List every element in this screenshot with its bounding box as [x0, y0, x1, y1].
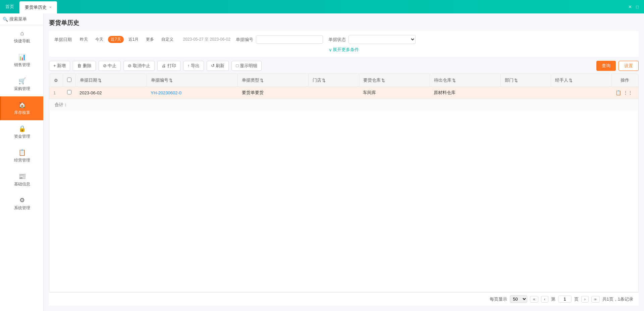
- cell-actions: 📋 ⋮⋮: [611, 87, 638, 99]
- sidebar: 🔍 搜索菜单 ⌂ 快捷导航 📊 销售管理 🛒 采购管理 🏠 库存核算 🔒 资金管…: [0, 13, 44, 311]
- prev-btn[interactable]: ‹: [541, 296, 548, 303]
- expand-filters-btn[interactable]: ∨ 展开更多条件: [329, 47, 359, 53]
- table-header-row: ⚙ 单据日期 ⇅ 单据编号 ⇅ 单据类型 ⇅ 门店 ⇅ 要货仓库 ⇅ 待出仓库 …: [49, 74, 638, 87]
- cell-store: [309, 87, 359, 99]
- footer-label: 合计：: [55, 102, 68, 108]
- row-checkbox[interactable]: [67, 90, 71, 94]
- select-all-checkbox[interactable]: [67, 78, 71, 82]
- cancel-stop-button[interactable]: ⊘ 取消中止: [123, 61, 155, 71]
- toolbar: + 新增 🗑 删除 ⊘ 中止 ⊘ 取消中止 🖨 打印 ↑ 导出 ↺ 刷新 □ 显…: [49, 61, 639, 71]
- sidebar-item-operations[interactable]: 📋 经营管理: [0, 144, 43, 168]
- sort-icon: ⇅: [381, 78, 385, 83]
- date-btn-last1month[interactable]: 近1月: [126, 36, 142, 43]
- sidebar-item-inventory[interactable]: 🏠 库存核算: [0, 96, 43, 120]
- th-store[interactable]: 门店 ⇅: [309, 74, 359, 87]
- table-row: 1 2023-06-02 YH-20230602-0 要货单要货 车间库 原材料…: [49, 87, 638, 99]
- print-button[interactable]: 🖨 打印: [157, 61, 180, 71]
- sidebar-item-label: 系统管理: [14, 205, 30, 211]
- export-button[interactable]: ↑ 导出: [183, 61, 204, 71]
- maximize-window-icon[interactable]: □: [636, 4, 639, 9]
- doc-no-link[interactable]: YH-20230602-0: [151, 90, 181, 95]
- table-head: ⚙ 单据日期 ⇅ 单据编号 ⇅ 单据类型 ⇅ 门店 ⇅ 要货仓库 ⇅ 待出仓库 …: [49, 74, 638, 87]
- page-label: 第: [551, 296, 555, 302]
- date-btn-more[interactable]: 更多: [143, 36, 157, 43]
- refresh-button[interactable]: ↺ 刷新: [207, 61, 229, 71]
- doc-status-label: 单据状态: [328, 37, 346, 43]
- edit-icon[interactable]: 📋: [615, 90, 621, 95]
- window-controls: ✕ □: [628, 4, 644, 9]
- cell-req-warehouse: 车间库: [359, 87, 430, 99]
- prev-group-btn[interactable]: «: [530, 296, 538, 303]
- next-group-btn[interactable]: »: [591, 296, 600, 303]
- th-doc-type[interactable]: 单据类型 ⇅: [238, 74, 309, 87]
- stop-button[interactable]: ⊘ 中止: [99, 61, 121, 71]
- cell-department: [500, 87, 551, 99]
- sidebar-item-purchase-mgmt[interactable]: 🛒 采购管理: [0, 73, 43, 96]
- doc-no-input[interactable]: [256, 35, 323, 44]
- sidebar-item-basic-info[interactable]: 📰 基础信息: [0, 168, 43, 192]
- th-checkbox[interactable]: [63, 74, 75, 87]
- date-btn-custom[interactable]: 自定义: [159, 36, 176, 43]
- sidebar-item-label: 销售管理: [14, 62, 30, 68]
- filter-row-2: ∨ 展开更多条件: [54, 47, 633, 53]
- next-btn[interactable]: ›: [581, 296, 589, 303]
- quick-nav-icon: ⌂: [20, 30, 24, 37]
- basic-info-icon: 📰: [18, 173, 26, 180]
- settings-button[interactable]: 设置: [619, 61, 639, 71]
- date-btn-yesterday[interactable]: 昨天: [77, 36, 91, 43]
- sort-icon: ⇅: [98, 78, 102, 83]
- search-icon: 🔍: [3, 17, 8, 22]
- tab-home[interactable]: 首页: [0, 0, 19, 13]
- close-tab-icon[interactable]: ×: [49, 5, 52, 10]
- sidebar-item-quick-nav[interactable]: ⌂ 快捷导航: [0, 25, 43, 49]
- sidebar-item-finance-mgmt[interactable]: 🔒 资金管理: [0, 120, 43, 144]
- per-page-select[interactable]: 50 100: [510, 295, 527, 303]
- th-doc-date[interactable]: 单据日期 ⇅: [75, 74, 147, 87]
- row-checkbox-cell[interactable]: [63, 87, 75, 99]
- table-container: ⚙ 单据日期 ⇅ 单据编号 ⇅ 单据类型 ⇅ 门店 ⇅ 要货仓库 ⇅ 待出仓库 …: [49, 74, 639, 292]
- date-btn-today[interactable]: 今天: [93, 36, 106, 43]
- row-num: 1: [49, 87, 63, 99]
- date-range: 2023-05-27 至 2023-06-02: [183, 37, 230, 42]
- close-window-icon[interactable]: ✕: [628, 4, 632, 9]
- sidebar-item-label: 经营管理: [14, 158, 30, 163]
- doc-status-select[interactable]: [348, 35, 416, 44]
- display-detail-button[interactable]: □ 显示明细: [231, 61, 261, 71]
- inventory-icon: 🏠: [18, 101, 26, 108]
- sort-icon: ⇅: [452, 78, 456, 83]
- date-filters: 昨天今天近7天近1月更多自定义: [77, 36, 176, 43]
- sidebar-item-sales-mgmt[interactable]: 📊 销售管理: [0, 49, 43, 73]
- finance-mgmt-icon: 🔒: [18, 125, 26, 132]
- page-unit: 页: [574, 296, 579, 302]
- date-btn-last7days[interactable]: 近7天: [108, 36, 124, 43]
- th-department[interactable]: 部门 ⇅: [500, 74, 551, 87]
- query-button[interactable]: 查询: [596, 61, 616, 71]
- sidebar-item-label: 快捷导航: [14, 38, 30, 44]
- th-req-warehouse[interactable]: 要货仓库 ⇅: [359, 74, 430, 87]
- main-layout: 🔍 搜索菜单 ⌂ 快捷导航 📊 销售管理 🛒 采购管理 🏠 库存核算 🔒 资金管…: [0, 13, 644, 311]
- sidebar-item-system-mgmt[interactable]: ⚙ 系统管理: [0, 192, 43, 216]
- cell-pending-warehouse: 原材料仓库: [430, 87, 500, 99]
- tab-bar: 首页要货单历史 ×: [0, 0, 628, 13]
- total-label: 共1页，1条记录: [602, 296, 633, 302]
- th-doc-no[interactable]: 单据编号 ⇅: [147, 74, 238, 87]
- sidebar-item-label: 资金管理: [14, 134, 30, 139]
- doc-no-group: 单据编号: [236, 35, 323, 44]
- sort-icon: ⇅: [569, 78, 573, 83]
- cell-doc-no[interactable]: YH-20230602-0: [147, 87, 238, 99]
- th-pending-warehouse[interactable]: 待出仓库 ⇅: [430, 74, 500, 87]
- new-button[interactable]: + 新增: [49, 61, 70, 71]
- page-title: 要货单历史: [49, 19, 639, 27]
- purchase-mgmt-icon: 🛒: [18, 77, 26, 85]
- page-input[interactable]: [558, 296, 572, 303]
- search-menu[interactable]: 🔍 搜索菜单: [0, 13, 43, 25]
- th-actions: 操作: [611, 74, 638, 87]
- th-handler[interactable]: 经手人 ⇅: [551, 74, 611, 87]
- more-icon[interactable]: ⋮⋮: [623, 90, 633, 95]
- tab-history[interactable]: 要货单历史 ×: [19, 1, 57, 13]
- delete-button[interactable]: 🗑 删除: [73, 61, 96, 71]
- toolbar-right: 查询 设置: [596, 61, 639, 71]
- sales-mgmt-icon: 📊: [18, 53, 26, 61]
- table-footer: 合计：: [49, 99, 638, 110]
- filter-section: 单据日期 昨天今天近7天近1月更多自定义 2023-05-27 至 2023-0…: [49, 31, 639, 57]
